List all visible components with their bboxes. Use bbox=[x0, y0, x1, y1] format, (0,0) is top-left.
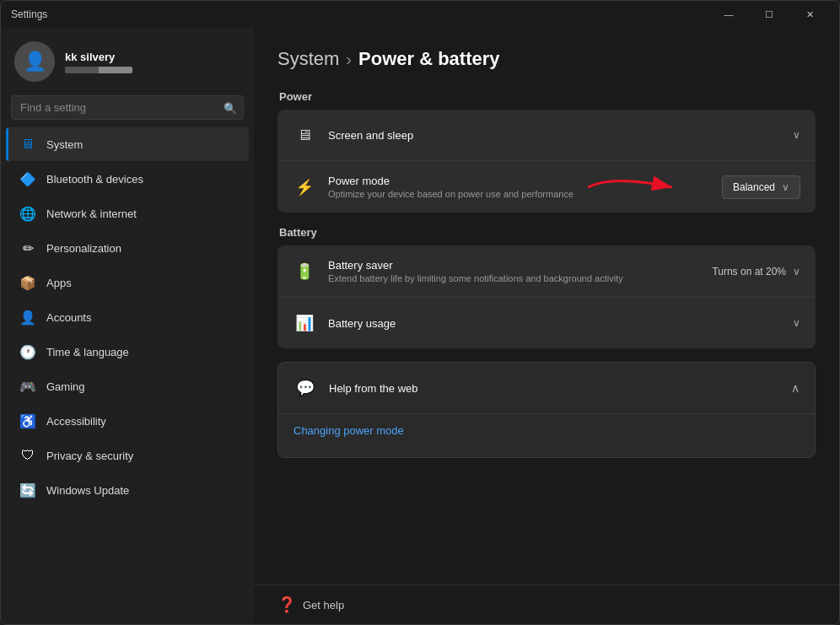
battery-usage-text: Battery usage bbox=[328, 317, 793, 330]
personalization-icon: ✏ bbox=[19, 240, 36, 256]
sidebar-item-label-accessibility: Accessibility bbox=[46, 415, 106, 428]
update-icon: 🔄 bbox=[19, 482, 36, 498]
help-header-text: Help from the web bbox=[329, 382, 791, 395]
help-section: 💬 Help from the web ∧ Changing power mod… bbox=[277, 362, 816, 458]
sidebar-item-accessibility[interactable]: ♿ Accessibility bbox=[6, 404, 249, 438]
screen-sleep-text: Screen and sleep bbox=[328, 129, 793, 142]
battery-usage-action: ∨ bbox=[793, 317, 800, 329]
power-mode-value: Balanced bbox=[733, 181, 775, 193]
breadcrumb-separator: › bbox=[346, 50, 352, 69]
sidebar-item-label-privacy: Privacy & security bbox=[46, 450, 133, 462]
search-input[interactable] bbox=[11, 95, 244, 120]
sidebar-item-time[interactable]: 🕐 Time & language bbox=[6, 335, 249, 369]
accounts-icon: 👤 bbox=[19, 309, 36, 326]
main-layout: 👤 kk silvery 🔍 🖥 System 🔷 Blu bbox=[1, 28, 839, 624]
help-content: Changing power mode bbox=[278, 413, 815, 457]
sidebar-item-update[interactable]: 🔄 Windows Update bbox=[6, 473, 249, 507]
settings-window: Settings — ☐ ✕ 👤 kk silvery 🔍 bbox=[0, 0, 840, 625]
help-icon: 💬 bbox=[293, 376, 317, 400]
get-help-label[interactable]: Get help bbox=[303, 599, 344, 612]
screen-sleep-icon: 🖥 bbox=[293, 123, 316, 147]
apps-icon: 📦 bbox=[19, 274, 36, 291]
minimize-button[interactable]: — bbox=[709, 1, 748, 28]
power-mode-dropdown-chevron-icon: ∨ bbox=[782, 181, 789, 193]
sidebar-item-network[interactable]: 🌐 Network & internet bbox=[6, 197, 249, 230]
search-icon: 🔍 bbox=[223, 101, 237, 114]
titlebar-controls: — ☐ ✕ bbox=[709, 1, 829, 28]
sidebar-item-label-personalization: Personalization bbox=[46, 242, 121, 255]
privacy-icon: 🛡 bbox=[19, 447, 36, 464]
battery-saver-subtitle: Extend battery life by limiting some not… bbox=[328, 273, 712, 283]
battery-saver-icon: 🔋 bbox=[293, 260, 316, 283]
sidebar-item-label-apps: Apps bbox=[46, 277, 72, 289]
time-icon: 🕐 bbox=[19, 343, 36, 360]
sidebar-item-system[interactable]: 🖥 System bbox=[6, 127, 249, 161]
user-status-bar bbox=[65, 67, 132, 73]
sidebar-item-label-update: Windows Update bbox=[46, 484, 129, 497]
search-box: 🔍 bbox=[11, 95, 244, 120]
maximize-button[interactable]: ☐ bbox=[750, 1, 789, 28]
arrow-annotation bbox=[579, 175, 681, 200]
power-section: Power 🖥 Screen and sleep ∨ bbox=[277, 90, 816, 213]
titlebar-title: Settings bbox=[11, 8, 47, 20]
battery-saver-chevron-icon: ∨ bbox=[793, 266, 800, 277]
battery-settings-card: 🔋 Battery saver Extend battery life by l… bbox=[277, 245, 816, 348]
screen-sleep-row[interactable]: 🖥 Screen and sleep ∨ bbox=[277, 110, 816, 161]
sidebar-item-accounts[interactable]: 👤 Accounts bbox=[6, 300, 249, 334]
battery-saver-status: Turns on at 20% bbox=[712, 266, 786, 277]
battery-saver-row[interactable]: 🔋 Battery saver Extend battery life by l… bbox=[277, 245, 816, 298]
sidebar-item-label-accounts: Accounts bbox=[46, 311, 91, 324]
help-collapse-icon: ∧ bbox=[791, 381, 800, 395]
accessibility-icon: ♿ bbox=[19, 412, 36, 429]
breadcrumb: System › Power & battery bbox=[277, 48, 816, 70]
get-help-icon: ❓ bbox=[277, 595, 296, 614]
sidebar-item-label-system: System bbox=[46, 138, 83, 151]
content-area: System › Power & battery Power 🖥 Screen … bbox=[254, 28, 839, 585]
power-mode-action: Balanced ∨ bbox=[722, 175, 800, 199]
screen-sleep-chevron-icon: ∨ bbox=[793, 129, 800, 141]
sidebar-item-bluetooth[interactable]: 🔷 Bluetooth & devices bbox=[6, 162, 249, 196]
battery-usage-row[interactable]: 📊 Battery usage ∨ bbox=[277, 298, 816, 348]
help-header[interactable]: 💬 Help from the web ∧ bbox=[278, 363, 815, 413]
help-title: Help from the web bbox=[329, 382, 791, 395]
bottom-bar: ❓ Get help bbox=[254, 585, 839, 624]
help-card: 💬 Help from the web ∧ Changing power mod… bbox=[277, 362, 816, 458]
system-icon: 🖥 bbox=[19, 136, 36, 153]
sidebar-item-label-network: Network & internet bbox=[46, 207, 137, 220]
help-link-power-mode[interactable]: Changing power mode bbox=[293, 414, 800, 447]
user-info: kk silvery bbox=[65, 51, 132, 73]
sidebar-item-label-gaming: Gaming bbox=[46, 380, 85, 393]
sidebar-item-gaming[interactable]: 🎮 Gaming bbox=[6, 369, 249, 403]
power-mode-row[interactable]: ⚡ Power mode Optimize your device based … bbox=[277, 161, 816, 213]
sidebar-item-apps[interactable]: 📦 Apps bbox=[6, 266, 249, 299]
battery-usage-chevron-icon: ∨ bbox=[793, 317, 800, 329]
breadcrumb-current: Power & battery bbox=[358, 48, 500, 70]
battery-section-title: Battery bbox=[277, 226, 816, 239]
battery-saver-action: Turns on at 20% ∨ bbox=[712, 266, 800, 277]
power-mode-dropdown[interactable]: Balanced ∨ bbox=[722, 175, 800, 199]
screen-sleep-title: Screen and sleep bbox=[328, 129, 793, 142]
screen-sleep-action: ∨ bbox=[793, 129, 800, 141]
close-button[interactable]: ✕ bbox=[790, 1, 829, 28]
sidebar-item-privacy[interactable]: 🛡 Privacy & security bbox=[6, 439, 249, 472]
power-section-title: Power bbox=[277, 90, 816, 103]
battery-section: Battery 🔋 Battery saver Extend battery l… bbox=[277, 226, 816, 348]
power-settings-card: 🖥 Screen and sleep ∨ ⚡ bbox=[277, 110, 816, 213]
battery-saver-title: Battery saver bbox=[328, 259, 712, 272]
sidebar-item-label-time: Time & language bbox=[46, 346, 129, 358]
battery-usage-icon: 📊 bbox=[293, 311, 316, 335]
user-profile[interactable]: 👤 kk silvery bbox=[1, 28, 254, 92]
sidebar-item-personalization[interactable]: ✏ Personalization bbox=[6, 231, 249, 265]
bluetooth-icon: 🔷 bbox=[19, 170, 36, 187]
user-name: kk silvery bbox=[65, 51, 132, 63]
sidebar: 👤 kk silvery 🔍 🖥 System 🔷 Blu bbox=[1, 28, 254, 624]
battery-usage-title: Battery usage bbox=[328, 317, 793, 330]
battery-saver-text: Battery saver Extend battery life by lim… bbox=[328, 259, 712, 283]
sidebar-nav: 🖥 System 🔷 Bluetooth & devices 🌐 Network… bbox=[1, 127, 254, 508]
titlebar: Settings — ☐ ✕ bbox=[1, 1, 839, 28]
power-mode-icon: ⚡ bbox=[293, 175, 316, 199]
sidebar-item-label-bluetooth: Bluetooth & devices bbox=[46, 173, 143, 186]
network-icon: 🌐 bbox=[19, 205, 36, 222]
breadcrumb-parent: System bbox=[277, 48, 339, 70]
gaming-icon: 🎮 bbox=[19, 378, 36, 395]
